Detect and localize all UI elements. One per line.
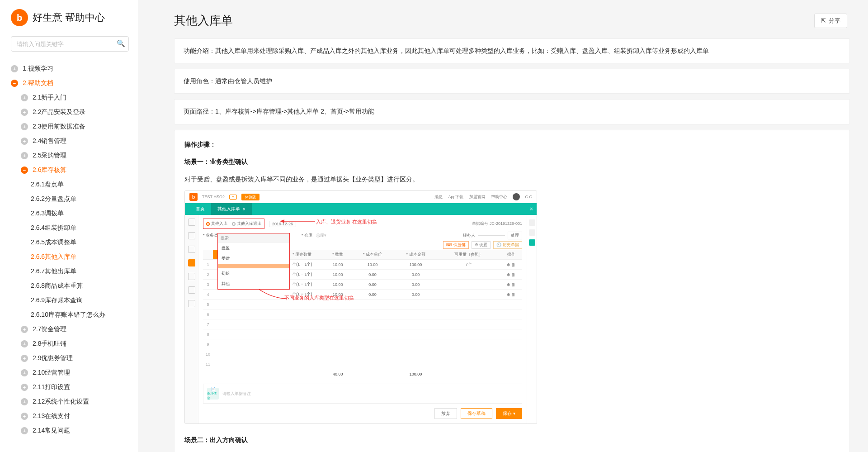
nav-2-10[interactable]: +2.10经营管理 <box>11 366 129 380</box>
nav-2-2[interactable]: +2.2产品安装及登录 <box>11 105 129 119</box>
nav-2-6-5[interactable]: 2.6.5成本调整单 <box>11 235 129 250</box>
brand: b 好生意 帮助中心 <box>11 9 129 26</box>
doc-type-redbox: 其他入库 其他入库退库 <box>203 219 264 229</box>
role-box: 使用角色：通常由仓管人员维护 <box>174 69 850 94</box>
nav-2-14[interactable]: +2.14常见问题 <box>11 423 129 438</box>
scene1-text: 对于受赠、盘盈或是拆装入库等不同的业务，是通过单据头【业务类型】进行区分。 <box>184 173 840 186</box>
plus-icon: + <box>21 340 28 347</box>
radio-return: 其他入库退库 <box>232 221 261 227</box>
intro-box: 功能介绍：其他入库单用来处理除采购入库、产成品入库之外的其他入库业务，因此其他入… <box>174 38 850 63</box>
nav-docs[interactable]: −2.帮助文档 <box>11 76 129 90</box>
biztype-dropdown: 搜索 盘盈 受赠 初始 其他 <box>217 233 290 290</box>
plus-icon: + <box>21 384 28 391</box>
page-title: 其他入库单 <box>174 13 233 29</box>
share-icon: ⇱ <box>821 17 826 24</box>
plus-icon: + <box>21 413 28 420</box>
steps-box: 操作步骤： 场景一：业务类型确认 对于受赠、盘盈或是拆装入库等不同的业务，是通过… <box>174 130 850 452</box>
nav-2-6-6[interactable]: 2.6.6其他入库单 <box>11 250 129 264</box>
remark-icon: 📄备注信息 <box>207 388 219 400</box>
embedded-screenshot: b TEST-HSO2 ✶ 体验版 消息 App下载 加盟官网 帮助中心 C C… <box>184 190 537 424</box>
scene2-title: 场景二：出入方向确认 <box>184 434 840 446</box>
search-icon: 🔍 <box>117 39 125 47</box>
nav-2-7[interactable]: +2.7资金管理 <box>11 322 129 337</box>
plus-icon: + <box>21 123 28 130</box>
nav-2-6-10[interactable]: 2.6.10库存账本错了怎么办 <box>11 308 129 322</box>
remark-box: 📄备注信息 请输入单据备注 <box>203 384 522 404</box>
plus-icon: + <box>21 369 28 376</box>
close-icon: × <box>243 207 245 212</box>
nav-2-6-1[interactable]: 2.6.1盘点单 <box>11 177 129 192</box>
plus-icon: + <box>21 355 28 362</box>
env-label: TEST-HSO2 <box>202 195 225 199</box>
top-msg: 消息 <box>434 194 443 200</box>
discard-button: 放弃 <box>434 408 457 419</box>
nav-2-6-2[interactable]: 2.6.2分量盘点单 <box>11 192 129 206</box>
nav-2-6[interactable]: −2.6库存核算 <box>11 163 129 177</box>
nav-2-12[interactable]: +2.12系统个性化设置 <box>11 395 129 409</box>
tab-home: 首页 <box>189 203 211 215</box>
nav-2-11[interactable]: +2.11打印设置 <box>11 380 129 395</box>
plus-icon: + <box>21 427 28 434</box>
nav-2-3[interactable]: +2.3使用前数据准备 <box>11 119 129 134</box>
search-button[interactable]: 🔍 <box>117 39 125 48</box>
nav-2-1[interactable]: +2.1新手入门 <box>11 90 129 105</box>
date-field: 2019-12-26 <box>269 221 296 227</box>
share-button[interactable]: ⇱分享 <box>814 14 847 28</box>
annotation-1: 入库、退货业务 在这里切换 <box>316 219 377 225</box>
plus-icon: + <box>21 94 28 101</box>
nav-2-4[interactable]: +2.4销售管理 <box>11 134 129 148</box>
path-box: 页面路径：1、库存核算->库存管理->其他入库单 2、首页->常用功能 <box>174 99 850 124</box>
brand-text: 好生意 帮助中心 <box>33 11 105 24</box>
annotation-2: 不同业务的入库类型在这里切换 <box>284 295 354 301</box>
nav-video[interactable]: +1.视频学习 <box>11 62 129 76</box>
scene1-title: 场景一：业务类型确认 <box>184 156 840 168</box>
steps-label: 操作步骤： <box>184 138 840 151</box>
nav-2-5[interactable]: +2.5采购管理 <box>11 148 129 163</box>
plus-icon: + <box>21 138 28 145</box>
nav-2-6-4[interactable]: 2.6.4组装拆卸单 <box>11 221 129 235</box>
main-content: 其他入库单 ⇱分享 功能介绍：其他入库单用来处理除采购入库、产成品入库之外的其他… <box>138 0 868 452</box>
rail-active-icon <box>188 259 195 266</box>
search-input[interactable] <box>11 36 129 52</box>
right-rail <box>527 215 537 423</box>
nav-2-13[interactable]: +2.13在线支付 <box>11 409 129 423</box>
nav-2-6-3[interactable]: 2.6.3调拨单 <box>11 206 129 221</box>
plus-icon: + <box>21 152 28 159</box>
nav-2-9[interactable]: +2.9优惠券管理 <box>11 351 129 366</box>
nav-2-8[interactable]: +2.8手机旺铺 <box>11 337 129 351</box>
nav-2-6-9[interactable]: 2.6.9库存账本查询 <box>11 293 129 308</box>
plus-icon: + <box>21 326 28 333</box>
plus-icon: + <box>21 398 28 405</box>
radio-in: 其他入库 <box>206 221 227 227</box>
minus-icon: − <box>21 167 28 174</box>
minus-icon: − <box>11 80 18 87</box>
nav-2-6-8[interactable]: 2.6.8商品成本重算 <box>11 279 129 293</box>
logo-icon: b <box>11 9 28 26</box>
nav-tree: +1.视频学习 −2.帮助文档 +2.1新手入门 +2.2产品安装及登录 +2.… <box>11 62 129 438</box>
tab-current: 其他入库单× <box>211 203 252 215</box>
save-button: 保存 ▾ <box>496 408 522 419</box>
draft-button: 保存草稿 <box>461 408 492 419</box>
app-logo-icon: b <box>189 193 198 201</box>
left-rail <box>185 215 198 423</box>
avatar-icon <box>513 193 520 200</box>
sidebar: b 好生意 帮助中心 🔍 +1.视频学习 −2.帮助文档 +2.1新手入门 +2… <box>0 0 138 452</box>
close-icon: × <box>530 206 533 212</box>
search-wrap: 🔍 <box>11 36 129 52</box>
nav-2-6-7[interactable]: 2.6.7其他出库单 <box>11 264 129 279</box>
plus-icon: + <box>21 109 28 116</box>
plus-icon: + <box>11 65 18 72</box>
